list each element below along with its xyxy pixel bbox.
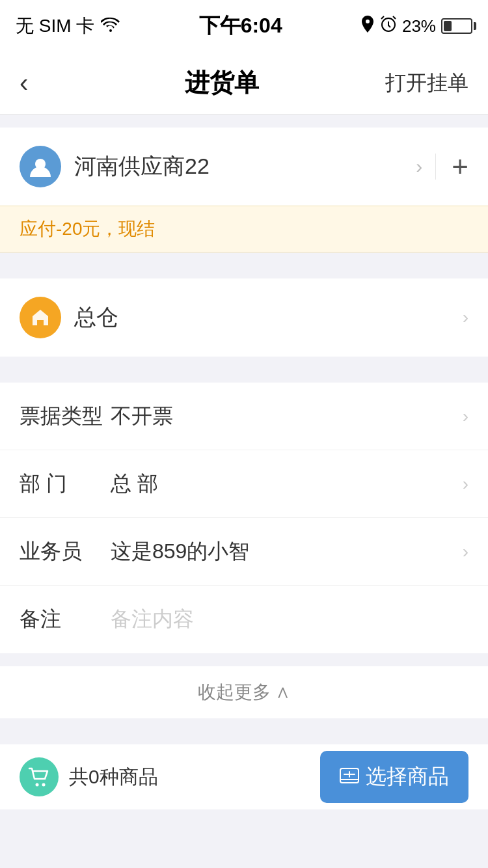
- supplier-section: 河南供应商22 › + 应付-20元，现结: [0, 128, 488, 252]
- product-count-text: 共0种商品: [69, 764, 158, 791]
- warehouse-name: 总仓: [74, 303, 463, 332]
- nav-bar: ‹ 进货单 打开挂单: [0, 52, 488, 115]
- bottom-bar: 共0种商品 选择商品: [0, 744, 488, 809]
- status-right: 23%: [360, 16, 472, 37]
- remark-row[interactable]: 备注 备注内容: [0, 586, 488, 653]
- open-pending-button[interactable]: 打开挂单: [385, 69, 468, 98]
- salesperson-label: 业务员: [20, 537, 104, 566]
- form-section: 票据类型 不开票 › 部 门 总 部 › 业务员 这是859的小智 › 备注 备…: [0, 383, 488, 653]
- invoice-type-chevron-icon: ›: [463, 406, 468, 427]
- location-icon: [360, 16, 375, 37]
- page-title: 进货单: [185, 66, 259, 100]
- wifi-icon: [101, 16, 120, 36]
- supplier-avatar: [20, 146, 61, 187]
- department-label: 部 门: [20, 470, 104, 498]
- select-product-button[interactable]: 选择商品: [320, 751, 468, 803]
- cart-icon: [20, 757, 59, 796]
- warehouse-section: 总仓 ›: [0, 278, 488, 357]
- invoice-type-label: 票据类型: [20, 402, 104, 431]
- remark-placeholder: 备注内容: [104, 605, 468, 634]
- battery-label: 23%: [402, 16, 436, 36]
- divider-1: [0, 115, 488, 128]
- collapse-label: 收起更多 ∧: [198, 680, 291, 705]
- invoice-type-value: 不开票: [104, 402, 456, 431]
- select-product-label: 选择商品: [366, 763, 449, 791]
- carrier-label: 无 SIM 卡: [16, 14, 94, 38]
- salesperson-value: 这是859的小智: [104, 537, 456, 566]
- warehouse-chevron-icon: ›: [463, 307, 468, 328]
- department-row[interactable]: 部 门 总 部 ›: [0, 450, 488, 518]
- alarm-icon: [380, 16, 397, 37]
- supplier-chevron-icon: ›: [416, 156, 422, 178]
- svg-point-4: [42, 783, 46, 787]
- status-left: 无 SIM 卡: [16, 14, 120, 38]
- remark-label: 备注: [20, 605, 104, 634]
- divider-3: [0, 357, 488, 370]
- invoice-type-row[interactable]: 票据类型 不开票 ›: [0, 383, 488, 450]
- divider-2: [0, 252, 488, 265]
- department-chevron-icon: ›: [463, 474, 468, 495]
- product-info: 共0种商品: [20, 757, 158, 796]
- warehouse-icon: [20, 297, 61, 338]
- back-button[interactable]: ‹: [20, 68, 59, 98]
- department-value: 总 部: [104, 470, 456, 498]
- svg-rect-2: [37, 320, 44, 325]
- supplier-row[interactable]: 河南供应商22 › +: [0, 128, 488, 206]
- divider-4: [0, 718, 488, 731]
- battery-icon: [441, 18, 472, 34]
- vertical-divider: [435, 154, 436, 180]
- warehouse-row[interactable]: 总仓 ›: [0, 278, 488, 357]
- warning-banner: 应付-20元，现结: [0, 206, 488, 252]
- status-time: 下午6:04: [199, 12, 282, 40]
- status-bar: 无 SIM 卡 下午6:04 23%: [0, 0, 488, 52]
- warning-text: 应付-20元，现结: [20, 219, 155, 239]
- svg-point-3: [36, 783, 39, 787]
- collapse-row[interactable]: 收起更多 ∧: [0, 666, 488, 718]
- salesperson-chevron-icon: ›: [463, 541, 468, 562]
- add-supplier-button[interactable]: +: [452, 150, 468, 183]
- supplier-name: 河南供应商22: [74, 152, 416, 182]
- salesperson-row[interactable]: 业务员 这是859的小智 ›: [0, 518, 488, 586]
